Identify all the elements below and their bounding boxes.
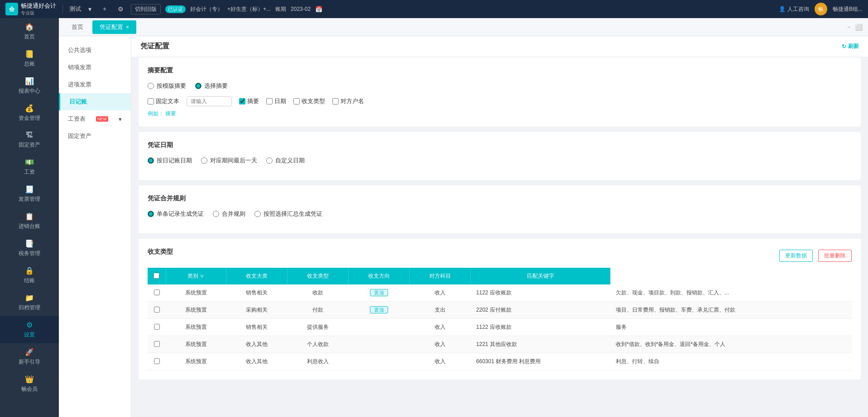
left-nav-fixed-assets[interactable]: 固定资产 — [59, 128, 131, 145]
fixed-text-checkbox[interactable] — [148, 98, 154, 104]
tab-voucher-config[interactable]: 凭证配置 × — [92, 20, 136, 34]
checkbox-summary[interactable]: 摘要 — [239, 97, 259, 105]
row5-category: 系统预置 — [166, 353, 226, 370]
env-name: 测试 — [69, 5, 81, 13]
sidebar-item-funds[interactable]: 💰 资金管理 — [0, 100, 59, 127]
dropdown-btn[interactable]: ▾ — [86, 5, 94, 14]
sidebar-item-invoice-mgmt[interactable]: 🧾 发票管理 — [0, 180, 59, 208]
radio-template-input[interactable] — [148, 83, 154, 89]
settings-btn[interactable]: ⚙ — [115, 5, 126, 14]
radio-template[interactable]: 按模版摘要 — [148, 82, 186, 90]
radio-merge[interactable]: 合并规则 — [213, 210, 245, 218]
sidebar-item-settings[interactable]: ⚙ 设置 — [0, 316, 59, 343]
radio-select-input[interactable] — [195, 83, 201, 89]
radio-select-total-input[interactable] — [254, 211, 261, 217]
table-row: 系统预置 采购相关 付款 置顶 支出 2202 应付账款 项目、日常费用、报销款… — [148, 302, 852, 319]
add-btn[interactable]: ＋ — [99, 4, 110, 14]
radio-select-label: 选择摘要 — [204, 82, 228, 90]
row4-direction: 收入 — [409, 336, 470, 353]
left-nav-sales-invoice[interactable]: 销项发票 — [59, 59, 131, 76]
radio-single-input[interactable] — [148, 211, 154, 217]
left-nav-journal[interactable]: 日记账 — [59, 93, 131, 110]
radio-single[interactable]: 单条记录生成凭证 — [148, 210, 204, 218]
radio-merge-input[interactable] — [213, 211, 219, 217]
checkbox-date[interactable]: 日期 — [266, 97, 286, 105]
sidebar-item-payroll[interactable]: 💵 工资 — [0, 153, 59, 180]
left-nav-label-sales-invoice: 销项发票 — [68, 63, 91, 71]
checkbox-type[interactable]: 收支类型 — [293, 97, 325, 105]
tab-close-btn[interactable]: × — [126, 24, 129, 30]
help-btn[interactable]: 👤 人工咨询 — [779, 5, 809, 13]
sidebar-item-archive[interactable]: 📁 归档管理 — [0, 289, 59, 316]
summary-checkbox-input[interactable] — [239, 98, 245, 104]
sidebar-item-sales[interactable]: 📋 进销台账 — [0, 208, 59, 235]
date-checkbox-input[interactable] — [266, 98, 273, 104]
col-main-type: 收支大类 — [226, 268, 287, 284]
update-data-btn[interactable]: 更新数据 — [779, 250, 813, 262]
sidebar-item-home[interactable]: 🏠 首页 — [0, 18, 59, 45]
left-nav-purchase-invoice[interactable]: 进项发票 — [59, 76, 131, 93]
left-nav: 公共选项 销项发票 进项发票 日记账 工资表 NEW ▾ 固定资产 — [59, 36, 131, 417]
left-nav-public[interactable]: 公共选项 — [59, 42, 131, 59]
archive-icon: 📁 — [25, 294, 34, 302]
left-nav-payroll-sheet[interactable]: 工资表 NEW ▾ — [59, 110, 131, 128]
row2-type-tag: 置顶 — [348, 302, 409, 319]
sidebar-item-ledger[interactable]: 📒 总账 — [0, 45, 59, 72]
tab-home[interactable]: 首页 — [64, 20, 91, 34]
table-action-btns: 更新数据 批量删除 — [779, 250, 852, 262]
sidebar-item-assets[interactable]: 🏗 固定资产 — [0, 127, 59, 153]
row1-checkbox[interactable] — [154, 289, 160, 295]
radio-select-total[interactable]: 按照选择汇总生成凭证 — [254, 210, 322, 218]
batch-delete-btn[interactable]: 批量删除 — [818, 250, 852, 262]
radio-single-label: 单条记录生成凭证 — [157, 210, 204, 218]
right-content: 凭证配置 ↻ 刷新 摘要配置 按模版摘要 — [131, 36, 868, 417]
row1-main-type: 销售相关 — [226, 284, 287, 302]
radio-custom-date-input[interactable] — [266, 157, 273, 164]
row3-checkbox[interactable] — [154, 324, 160, 330]
sidebar-label-settings: 设置 — [24, 331, 35, 339]
row2-checkbox[interactable] — [154, 307, 160, 313]
row5-checkbox[interactable] — [154, 358, 160, 364]
counterparty-checkbox-input[interactable] — [332, 98, 339, 104]
tag[interactable]: 置顶 — [370, 306, 388, 313]
sales-icon: 📋 — [25, 212, 34, 221]
row2-main-type: 采购相关 — [226, 302, 287, 319]
tab-right-actions: － ⬜ — [846, 23, 863, 31]
switch-version-btn[interactable]: 切到旧版 — [131, 4, 161, 14]
select-all-checkbox[interactable] — [153, 273, 159, 279]
date-section: 凭证日期 按日记账日期 对应期间最后一天 自定义日期 — [139, 132, 861, 180]
sidebar-item-reports[interactable]: 📊 报表中心 — [0, 72, 59, 100]
radio-journal-date-input[interactable] — [148, 157, 154, 164]
row1-category: 系统预置 — [166, 284, 226, 302]
maximize-btn[interactable]: ⬜ — [855, 23, 863, 31]
left-nav-label-journal: 日记账 — [69, 98, 87, 106]
tag[interactable]: 置顶 — [370, 289, 388, 296]
checkbox-fixed-text[interactable]: 固定文本 — [148, 97, 179, 105]
sidebar-item-closing[interactable]: 🔒 结账 — [0, 262, 59, 289]
row5-match-keyword: 利息、行转、续自 — [610, 353, 852, 370]
summary-title: 摘要配置 — [148, 66, 852, 75]
table-row: 系统预置 收入其他 个人收款 收入 1221 其他应收款 收到*借款、收到*备用… — [148, 336, 852, 353]
person-icon: 👤 — [779, 6, 786, 12]
radio-journal-date[interactable]: 按日记账日期 — [148, 156, 192, 165]
col-category: 类别 ∨ — [166, 268, 226, 284]
sidebar-item-tax[interactable]: 📑 税务管理 — [0, 235, 59, 262]
sidebar-item-guide[interactable]: 🚀 新手引导 — [0, 343, 59, 370]
checkbox-counterparty[interactable]: 对方户名 — [332, 97, 364, 105]
minimize-btn[interactable]: － — [846, 23, 852, 31]
refresh-btn[interactable]: ↻ 刷新 — [842, 43, 859, 50]
example-prefix: 例如： — [148, 110, 164, 117]
type-checkbox-input[interactable] — [293, 98, 300, 104]
row4-checkbox[interactable] — [154, 341, 160, 347]
left-nav-label-purchase-invoice: 进项发票 — [68, 81, 91, 89]
fixed-text-input[interactable] — [187, 96, 232, 106]
radio-period-last[interactable]: 对应期间最后一天 — [201, 156, 257, 165]
row4-main-type: 收入其他 — [226, 336, 287, 353]
sidebar-item-member[interactable]: 👑 畅会员 — [0, 370, 59, 398]
radio-custom-date[interactable]: 自定义日期 — [266, 156, 305, 165]
radio-select[interactable]: 选择摘要 — [195, 82, 228, 90]
row1-direction: 收入 — [409, 284, 470, 302]
radio-period-last-input[interactable] — [201, 157, 207, 164]
member-icon: 👑 — [25, 375, 34, 384]
row3-type: 提供服务 — [287, 319, 348, 336]
